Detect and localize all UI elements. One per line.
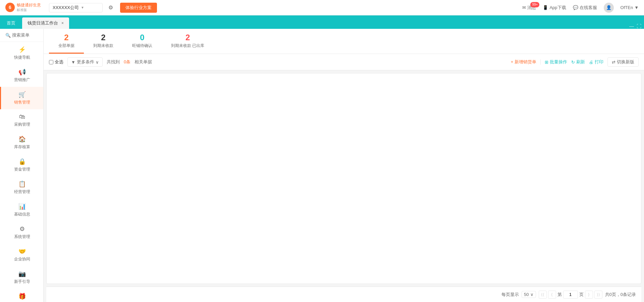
filter-button[interactable]: ▼ 更多条件 ∨ xyxy=(67,57,103,67)
divider-1 xyxy=(540,59,541,65)
logo-badge: 标准版 xyxy=(17,8,41,12)
select-all-checkbox[interactable]: 全选 xyxy=(49,59,63,65)
prev-page-button[interactable]: ⟨ xyxy=(548,291,556,299)
sidebar-item-inventory[interactable]: 🏠 库存核算 xyxy=(0,131,43,154)
tab-workbench[interactable]: 钱货日清工作台 × xyxy=(22,17,69,29)
page-input[interactable] xyxy=(563,291,578,299)
system-icon: ⚙ xyxy=(19,225,25,233)
service-icon: 💬 xyxy=(573,5,578,10)
page-size-value: 50 xyxy=(524,292,529,297)
switch-version-button[interactable]: ⇄ 切换新版 xyxy=(607,57,639,67)
sidebar-item-marketing[interactable]: 📢 营销推广 xyxy=(0,64,43,87)
select-all-input[interactable] xyxy=(49,60,53,64)
found-suffix: 相关单据 xyxy=(135,59,152,65)
logo-icon: 6 xyxy=(5,3,15,12)
sidebar-item-purchase[interactable]: 🛍 采购管理 xyxy=(0,109,43,131)
avatar[interactable]: 👤 xyxy=(604,3,614,13)
print-icon: 🖨 xyxy=(589,60,593,65)
tab-bar-actions: — ⛶ xyxy=(629,23,644,29)
switch-icon: ⇄ xyxy=(612,60,615,65)
sidebar-label-marketing: 营销推广 xyxy=(14,77,30,83)
sidebar-label-inventory: 库存核算 xyxy=(14,144,30,150)
page-suffix: 页 xyxy=(579,292,584,298)
sales-icon: 🛒 xyxy=(18,91,26,98)
sidebar-item-guide[interactable]: 📷 新手引导 xyxy=(0,266,43,289)
page-size-label: 每页显示 xyxy=(501,292,519,298)
stat-label-all: 全部单据 xyxy=(58,43,74,49)
sidebar-label-capital: 资金管理 xyxy=(14,167,30,172)
appstore-icon: 🎁 xyxy=(18,293,26,300)
tab-bar: 首页 钱货日清工作台 × — ⛶ xyxy=(0,15,644,29)
stat-label-overdue-shipped: 到期未收款 已出库 xyxy=(171,43,204,49)
main-layout: 🔍 搜索菜单 ⚡ 快捷导航 📢 营销推广 🛒 销售管理 🛍 采购管理 🏠 库存核… xyxy=(0,29,644,302)
online-service-button[interactable]: 💬 在线客服 xyxy=(573,5,597,11)
tab-close-icon[interactable]: × xyxy=(61,21,64,25)
print-button[interactable]: 🖨 打印 xyxy=(589,59,603,65)
top-bar: 6 畅捷通好生意 标准版 XXXXXX公司 ▼ ⚙ 体验行业方案 ✉ 消息 99… xyxy=(0,0,644,15)
refresh-label: 刷新 xyxy=(576,59,585,65)
refresh-icon: ↻ xyxy=(571,60,575,65)
username-text: OfTEn xyxy=(621,5,633,10)
app-download-button[interactable]: 📱 App下载 xyxy=(543,5,566,11)
quick-nav-icon: ⚡ xyxy=(18,46,26,53)
stat-tab-all[interactable]: 2 全部单据 xyxy=(49,29,84,54)
company-selector[interactable]: XXXXXX公司 ▼ xyxy=(49,3,103,12)
next-page-button[interactable]: ⟩ xyxy=(585,291,593,299)
new-order-label: + 新增销货单 xyxy=(511,59,536,65)
total-records-label: 共0页，0条记录 xyxy=(605,292,636,298)
service-label: 在线客服 xyxy=(580,5,597,11)
found-count: 0条 xyxy=(124,59,130,65)
batch-button[interactable]: ⊞ 批量操作 xyxy=(545,59,567,65)
new-order-button[interactable]: + 新增销货单 xyxy=(511,59,536,65)
logo-text-area: 畅捷通好生意 标准版 xyxy=(17,3,41,12)
sidebar-label-guide: 新手引导 xyxy=(14,279,30,285)
stat-tab-overdue[interactable]: 2 到期未收款 xyxy=(84,29,123,54)
sidebar-search[interactable]: 🔍 搜索菜单 xyxy=(0,29,43,42)
table-area xyxy=(46,73,641,284)
first-page-button[interactable]: ⟨⟨ xyxy=(539,291,547,299)
app-label: App下载 xyxy=(549,5,566,11)
experience-button[interactable]: 体验行业方案 xyxy=(120,3,157,13)
sidebar-item-quick-nav[interactable]: ⚡ 快捷导航 xyxy=(0,42,43,64)
sidebar-item-sales[interactable]: 🛒 销售管理 xyxy=(0,87,43,109)
found-text: 共找到 xyxy=(107,59,120,65)
company-name: XXXXXX公司 xyxy=(53,5,79,11)
username-area[interactable]: OfTEn ▼ xyxy=(621,5,639,10)
sidebar-item-operation[interactable]: 📋 经营管理 xyxy=(0,176,43,199)
purchase-icon: 🛍 xyxy=(19,113,25,120)
sidebar-label-system: 系统管理 xyxy=(14,234,30,240)
sidebar-label-operation: 经营管理 xyxy=(14,189,30,195)
sidebar-label-basic: 基础信息 xyxy=(14,212,30,217)
home-tab-label: 首页 xyxy=(7,20,15,26)
stat-tab-overdue-shipped[interactable]: 2 到期未收款 已出库 xyxy=(162,29,214,54)
sidebar-label-purchase: 采购管理 xyxy=(14,122,30,127)
stat-number-overdue: 2 xyxy=(101,33,105,42)
refresh-button[interactable]: ↻ 刷新 xyxy=(571,59,585,65)
page-label: 第 xyxy=(557,292,562,298)
pagination: 每页显示 50 ∨ ⟨⟨ ⟨ 第 页 ⟩ ⟩⟩ 共0页，0条记录 xyxy=(46,287,641,302)
page-nav: ⟨⟨ ⟨ 第 页 ⟩ ⟩⟩ xyxy=(539,291,602,299)
messages-button[interactable]: ✉ 消息 99+ xyxy=(522,5,536,11)
tab-home[interactable]: 首页 xyxy=(1,17,21,29)
tab-minimize-icon[interactable]: — xyxy=(629,23,634,29)
messages-badge: 99+ xyxy=(530,2,539,7)
page-size-select[interactable]: 50 ∨ xyxy=(522,291,536,298)
settings-button[interactable]: ⚙ xyxy=(105,2,116,13)
sidebar-item-basic[interactable]: 📊 基础信息 xyxy=(0,199,43,221)
top-bar-right: ✉ 消息 99+ 📱 App下载 💬 在线客服 👤 OfTEn ▼ xyxy=(522,3,639,13)
avatar-icon: 👤 xyxy=(606,5,611,10)
sidebar-item-enterprise[interactable]: 🤝 企业协同 xyxy=(0,244,43,266)
toolbar: 全选 ▼ 更多条件 ∨ 共找到 0条 相关单据 + 新增销货单 ⊞ 批量操作 xyxy=(44,54,644,70)
toolbar-right: + 新增销货单 ⊞ 批量操作 ↻ 刷新 🖨 打印 ⇄ 切换新版 xyxy=(511,57,639,67)
sidebar-item-appstore[interactable]: 🎁 应用中心 xyxy=(0,289,43,302)
filter-icon: ▼ xyxy=(71,60,75,65)
sidebar-item-capital[interactable]: 🔒 资金管理 xyxy=(0,154,43,176)
stat-number-pending: 0 xyxy=(140,33,144,42)
last-page-button[interactable]: ⟩⟩ xyxy=(594,291,602,299)
sidebar-item-system[interactable]: ⚙ 系统管理 xyxy=(0,221,43,244)
message-icon: ✉ xyxy=(522,5,526,10)
stat-tab-pending[interactable]: 0 旺铺待确认 xyxy=(123,29,162,54)
sidebar-label-quick-nav: 快捷导航 xyxy=(14,55,30,60)
tab-maximize-icon[interactable]: ⛶ xyxy=(637,23,641,29)
filter-dropdown-icon: ∨ xyxy=(96,60,99,65)
